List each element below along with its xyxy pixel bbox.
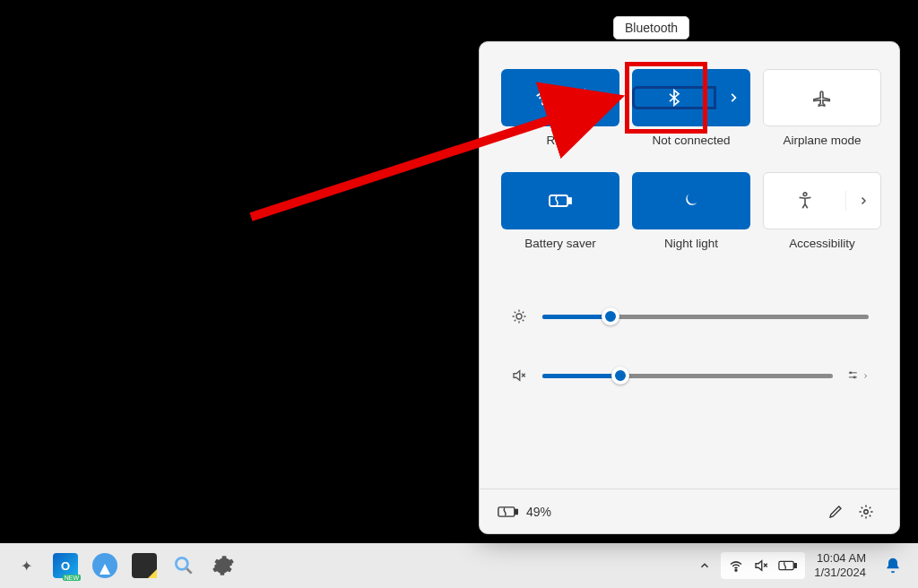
battery-status[interactable]: 49% xyxy=(498,505,551,519)
battery-icon xyxy=(778,559,798,572)
taskbar-app-outlook[interactable]: O NEW xyxy=(47,547,84,584)
quick-settings-panel: RGG Not connected xyxy=(479,41,900,534)
taskbar-app-settings[interactable] xyxy=(204,547,242,584)
svg-rect-11 xyxy=(515,509,518,514)
accessibility-toggle[interactable] xyxy=(764,191,846,211)
accessibility-label: Accessibility xyxy=(763,237,881,250)
brightness-icon xyxy=(510,307,528,325)
tray-overflow[interactable] xyxy=(690,547,719,584)
taskbar-app-search[interactable] xyxy=(165,547,203,584)
chevron-right-icon xyxy=(727,91,740,104)
chevron-up-icon xyxy=(698,559,711,572)
airplane-label: Airplane mode xyxy=(763,134,881,147)
svg-point-15 xyxy=(735,569,737,571)
pencil-icon xyxy=(827,504,844,520)
taskbar-app-figma[interactable]: ✦ xyxy=(7,547,45,584)
system-tray[interactable] xyxy=(721,552,805,579)
chevron-right-icon xyxy=(862,372,869,380)
brightness-slider-row xyxy=(480,291,899,342)
gear-icon xyxy=(858,504,874,520)
bluetooth-tooltip: Bluetooth xyxy=(613,16,689,39)
svg-point-5 xyxy=(516,314,522,319)
bluetooth-toggle[interactable] xyxy=(632,86,716,109)
battery-saver-tile[interactable] xyxy=(501,172,619,229)
taskbar-app-nordvpn[interactable] xyxy=(86,547,124,584)
volume-mute-icon[interactable] xyxy=(510,367,528,385)
wifi-icon xyxy=(728,558,744,574)
bluetooth-icon xyxy=(665,89,683,107)
svg-rect-10 xyxy=(498,506,515,515)
wifi-icon xyxy=(533,88,553,108)
svg-rect-16 xyxy=(779,561,793,569)
notifications-button[interactable] xyxy=(875,557,911,575)
chevron-right-icon xyxy=(858,195,869,206)
wifi-label: RGG xyxy=(501,134,619,147)
svg-point-1 xyxy=(541,102,543,104)
night-light-label: Night light xyxy=(632,237,750,250)
svg-rect-2 xyxy=(550,195,567,206)
battery-percent: 49% xyxy=(526,505,551,519)
night-light-tile[interactable] xyxy=(632,172,750,229)
svg-point-4 xyxy=(803,193,807,196)
svg-rect-17 xyxy=(794,564,796,568)
taskbar: ✦ O NEW xyxy=(0,543,918,588)
svg-point-13 xyxy=(176,558,187,569)
chevron-right-icon xyxy=(596,91,609,104)
settings-button[interactable] xyxy=(851,497,881,527)
battery-saver-icon xyxy=(548,192,573,210)
wifi-expand[interactable] xyxy=(585,91,619,104)
taskbar-app-sticky-notes[interactable] xyxy=(126,547,163,584)
audio-output-select[interactable] xyxy=(847,368,869,384)
volume-slider[interactable] xyxy=(542,374,833,378)
brightness-slider[interactable] xyxy=(542,315,869,319)
accessibility-tile[interactable] xyxy=(763,172,881,229)
svg-rect-3 xyxy=(568,198,571,203)
taskbar-time: 10:04 AM xyxy=(814,551,866,566)
night-light-icon xyxy=(682,192,700,210)
taskbar-date: 1/31/2024 xyxy=(814,566,866,580)
accessibility-icon xyxy=(795,191,815,211)
wifi-toggle[interactable] xyxy=(501,88,585,108)
airplane-icon xyxy=(812,88,832,108)
battery-icon xyxy=(498,505,519,519)
volume-mute-icon xyxy=(753,558,769,574)
panel-footer: 49% xyxy=(480,489,899,533)
svg-point-12 xyxy=(864,509,869,514)
taskbar-clock[interactable]: 10:04 AM 1/31/2024 xyxy=(807,551,873,581)
bluetooth-tile[interactable] xyxy=(632,69,750,126)
wifi-tile[interactable] xyxy=(501,69,619,126)
battery-saver-label: Battery saver xyxy=(501,237,619,250)
accessibility-expand[interactable] xyxy=(846,195,880,206)
bluetooth-label: Not connected xyxy=(632,134,750,147)
svg-line-14 xyxy=(186,568,191,573)
volume-slider-row xyxy=(480,350,899,401)
bluetooth-expand[interactable] xyxy=(716,91,750,104)
bell-icon xyxy=(884,557,902,575)
airplane-tile[interactable] xyxy=(763,69,881,126)
edit-button[interactable] xyxy=(820,497,851,527)
gear-icon xyxy=(212,554,235,577)
